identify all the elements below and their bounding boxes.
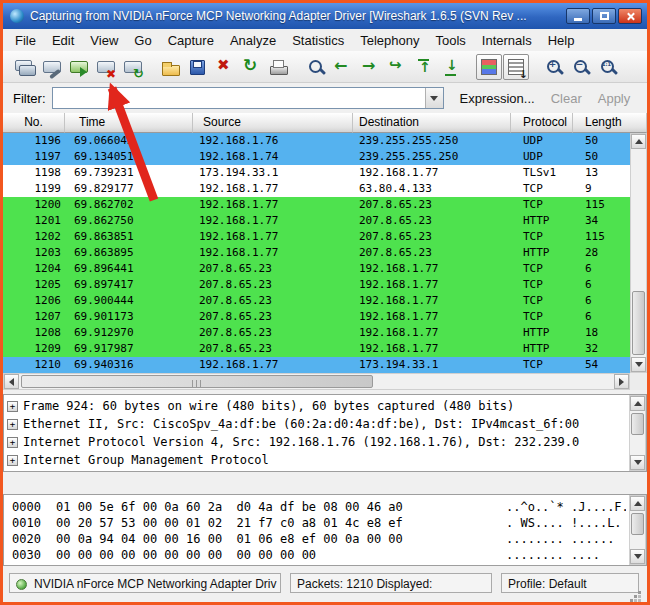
hex-line[interactable]: 003000 00 00 00 00 00 00 00 00 00 00 00.…: [12, 547, 626, 563]
packet-row[interactable]: 120969.917987207.8.65.23192.168.1.77HTTP…: [3, 341, 630, 357]
packet-details-pane: +Frame 924: 60 bytes on wire (480 bits),…: [3, 394, 647, 472]
scrollbar-thumb[interactable]: [631, 413, 644, 435]
cell-source: 207.8.65.23: [193, 277, 353, 293]
close-window-button[interactable]: [618, 8, 642, 24]
list-interfaces-button[interactable]: [11, 54, 37, 80]
scroll-down-button[interactable]: [630, 549, 645, 564]
expand-toggle-icon[interactable]: +: [7, 401, 18, 412]
menu-telephony[interactable]: Telephony: [352, 31, 427, 50]
cell-protocol: HTTP: [511, 213, 573, 229]
go-forward-button[interactable]: [357, 54, 383, 80]
filter-dropdown-button[interactable]: [425, 88, 443, 108]
detail-line[interactable]: +Ethernet II, Src: CiscoSpv_4a:df:be (60…: [7, 415, 626, 433]
expand-toggle-icon[interactable]: +: [7, 419, 18, 430]
scrollbar-thumb[interactable]: [632, 291, 645, 355]
menu-help[interactable]: Help: [540, 31, 583, 50]
menu-edit[interactable]: Edit: [44, 31, 82, 50]
wireshark-window: Capturing from NVIDIA nForce MCP Network…: [0, 0, 650, 605]
maximize-button[interactable]: [592, 8, 616, 24]
scroll-up-button[interactable]: [630, 396, 645, 411]
menu-tools[interactable]: Tools: [427, 31, 473, 50]
profile-label: Profile: Default: [501, 573, 639, 593]
packet-row[interactable]: 120469.896441207.8.65.23192.168.1.77TCP6: [3, 261, 630, 277]
print-button[interactable]: [265, 54, 291, 80]
find-packet-button[interactable]: [303, 54, 329, 80]
go-to-first-button[interactable]: [411, 54, 437, 80]
column-header-destination[interactable]: Destination: [353, 113, 511, 133]
zoom-100-button[interactable]: 1:1: [595, 54, 621, 80]
packet-row[interactable]: 119769.134051192.168.1.74239.255.255.250…: [3, 149, 630, 165]
menu-view[interactable]: View: [82, 31, 126, 50]
capture-options-button[interactable]: [38, 54, 64, 80]
find-icon: [306, 57, 326, 77]
restart-capture-button[interactable]: [119, 54, 145, 80]
packet-row[interactable]: 120169.862750192.168.1.77207.8.65.23HTTP…: [3, 213, 630, 229]
hex-line[interactable]: 001000 20 57 53 00 00 01 02 21 f7 c0 a8 …: [12, 515, 626, 531]
menu-analyze[interactable]: Analyze: [222, 31, 284, 50]
hex-line[interactable]: 000001 00 5e 6f 00 0a 60 2a d0 4a df be …: [12, 499, 626, 515]
packet-row[interactable]: 119969.829177192.168.1.7763.80.4.133TCP9: [3, 181, 630, 197]
close-file-button[interactable]: [211, 54, 237, 80]
expand-toggle-icon[interactable]: +: [7, 437, 18, 448]
column-header-protocol[interactable]: Protocol: [511, 113, 573, 133]
column-header-source[interactable]: Source: [193, 113, 353, 133]
packet-row[interactable]: 120869.912970207.8.65.23192.168.1.77HTTP…: [3, 325, 630, 341]
column-header-time[interactable]: Time: [65, 113, 193, 133]
packet-row[interactable]: 119869.739231173.194.33.1192.168.1.77TLS…: [3, 165, 630, 181]
scroll-down-button[interactable]: [631, 357, 646, 372]
stop-capture-button[interactable]: [92, 54, 118, 80]
hex-ascii: . WS.... !....L.: [506, 516, 622, 530]
zoom-in-button[interactable]: +: [541, 54, 567, 80]
scrollbar-thumb[interactable]: [631, 513, 644, 535]
column-header-no[interactable]: No.: [3, 113, 65, 133]
filter-input[interactable]: [52, 87, 444, 109]
go-to-packet-button[interactable]: [384, 54, 410, 80]
expand-toggle-icon[interactable]: +: [7, 455, 18, 466]
auto-scroll-button[interactable]: [503, 54, 529, 80]
menu-file[interactable]: File: [7, 31, 44, 50]
detail-line[interactable]: +Internet Group Management Protocol: [7, 451, 626, 469]
go-back-button[interactable]: [330, 54, 356, 80]
resize-grip[interactable]: [638, 591, 641, 594]
packet-row[interactable]: 121069.940316192.168.1.77173.194.33.1TCP…: [3, 357, 630, 373]
apply-button[interactable]: Apply: [598, 91, 631, 106]
packet-row[interactable]: 120769.901173207.8.65.23192.168.1.77TCP6: [3, 309, 630, 325]
scroll-up-button[interactable]: [630, 496, 645, 511]
clear-button[interactable]: Clear: [551, 91, 582, 106]
colorize-list-button[interactable]: [476, 54, 502, 80]
detail-line[interactable]: +Internet Protocol Version 4, Src: 192.1…: [7, 433, 626, 451]
autoscroll-icon: [506, 57, 526, 77]
open-file-button[interactable]: [157, 54, 183, 80]
packet-row[interactable]: 120569.897417207.8.65.23192.168.1.77TCP6: [3, 277, 630, 293]
zoom-out-button[interactable]: −: [568, 54, 594, 80]
go-to-last-button[interactable]: [438, 54, 464, 80]
menu-capture[interactable]: Capture: [160, 31, 222, 50]
reload-file-button[interactable]: [238, 54, 264, 80]
scroll-down-button[interactable]: [630, 455, 645, 470]
packet-row[interactable]: 120669.900444207.8.65.23192.168.1.77TCP6: [3, 293, 630, 309]
menu-go[interactable]: Go: [126, 31, 159, 50]
menu-internals[interactable]: Internals: [474, 31, 540, 50]
expression-button[interactable]: Expression...: [460, 91, 535, 106]
maximize-icon: [600, 12, 609, 20]
packet-row[interactable]: 120269.863851192.168.1.77207.8.65.23TCP1…: [3, 229, 630, 245]
packet-list: 119669.066042192.168.1.76239.255.255.250…: [3, 133, 630, 373]
save-file-button[interactable]: [184, 54, 210, 80]
detail-line[interactable]: +Frame 924: 60 bytes on wire (480 bits),…: [7, 397, 626, 415]
cell-no: 1201: [3, 213, 65, 229]
packet-row[interactable]: 120069.862702192.168.1.77207.8.65.23TCP1…: [3, 197, 630, 213]
expert-info-led-icon[interactable]: [16, 579, 27, 590]
menu-statistics[interactable]: Statistics: [284, 31, 352, 50]
scroll-right-button[interactable]: [614, 374, 629, 389]
forward-icon: [360, 57, 380, 77]
minimize-button[interactable]: [566, 8, 590, 24]
scroll-up-button[interactable]: [631, 134, 646, 149]
start-capture-button[interactable]: [65, 54, 91, 80]
column-header-length[interactable]: Length: [573, 113, 647, 133]
hex-line[interactable]: 002000 0a 94 04 00 00 16 00 01 06 e8 ef …: [12, 531, 626, 547]
packet-row[interactable]: 119669.066042192.168.1.76239.255.255.250…: [3, 133, 630, 149]
packet-row[interactable]: 120369.863895192.168.1.77207.8.65.23HTTP…: [3, 245, 630, 261]
hex-bytes: 00 20 57 53 00 00 01 02 21 f7 c0 a8 01 4…: [56, 515, 506, 531]
scroll-left-button[interactable]: [4, 374, 19, 389]
scrollbar-thumb[interactable]: [21, 375, 373, 388]
